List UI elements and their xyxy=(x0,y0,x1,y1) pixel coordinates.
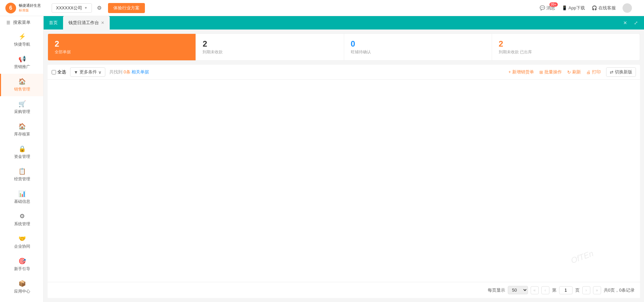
print-button[interactable]: 🖨 打印 xyxy=(586,69,601,75)
found-count-area: 共找到 0条 相关单据 xyxy=(109,69,149,75)
sidebar: ☰ 搜索菜单 ⚡ 快捷导航 📢 营销推广 🏠 销售管理 🛒 采购管理 🏠 库存核… xyxy=(0,16,44,302)
select-all-input[interactable] xyxy=(52,70,56,74)
sidebar-item-marketing[interactable]: 📢 营销推广 xyxy=(0,51,43,74)
settings-icon[interactable]: ⚙ xyxy=(95,3,104,13)
stats-row: 2 全部单据 2 到期未收款 0 旺辅待确认 2 到期未收款 已出库 xyxy=(48,34,640,61)
chevron-down-icon: ▼ xyxy=(84,6,88,10)
sidebar-item-app-center[interactable]: 📦 应用中心 xyxy=(0,276,43,298)
page-next-label: 页 xyxy=(575,287,580,293)
stat-card-all[interactable]: 2 全部单据 xyxy=(48,34,196,60)
sidebar-item-operations[interactable]: 📋 经营管理 xyxy=(0,164,43,186)
basic-info-icon: 📊 xyxy=(18,190,26,197)
tab-minimize-icon[interactable]: ✕ xyxy=(621,19,629,27)
app-download-label: App下载 xyxy=(569,5,585,11)
quick-nav-icon: ⚡ xyxy=(18,33,26,40)
stat-card-overdue[interactable]: 2 到期未收款 xyxy=(196,34,344,60)
sidebar-item-sales[interactable]: 🏠 销售管理 xyxy=(0,74,43,96)
sidebar-item-system[interactable]: ⚙ 系统管理 xyxy=(0,208,43,231)
tab-home[interactable]: 首页 xyxy=(44,16,63,29)
toolbar: 全选 ▼ 更多条件 ∨ 共找到 0条 相关单据 + 新增销货单 ⊞ 批量操作 ↻ xyxy=(48,65,640,80)
last-page-button[interactable]: » xyxy=(593,286,601,294)
experience-button[interactable]: 体验行业方案 xyxy=(108,3,145,13)
content-area: 首页 钱货日清工作台 ✕ ✕ ⤢ 2 全部单据 2 到期未收款 xyxy=(44,16,644,302)
stat-label-all: 全部单据 xyxy=(55,49,189,55)
online-service-button[interactable]: 🎧 在线客服 xyxy=(592,5,616,11)
sales-icon: 🏠 xyxy=(18,78,26,85)
sidebar-item-label: 经营管理 xyxy=(14,176,30,182)
search-menu-item[interactable]: ☰ 搜索菜单 xyxy=(0,16,43,29)
select-all-checkbox[interactable]: 全选 xyxy=(52,69,66,75)
tab-bar: 首页 钱货日清工作台 ✕ ✕ ⤢ xyxy=(44,16,644,29)
finance-icon: 🔒 xyxy=(18,145,26,153)
refresh-button[interactable]: ↻ 刷新 xyxy=(567,69,581,75)
prev-page-button[interactable]: ‹ xyxy=(541,286,549,294)
sidebar-item-label: 销售管理 xyxy=(14,86,30,92)
sidebar-item-quick-nav[interactable]: ⚡ 快捷导航 xyxy=(0,29,43,51)
message-badge: 99+ xyxy=(549,2,558,7)
purchase-icon: 🛒 xyxy=(18,100,26,108)
company-selector[interactable]: XXXXXX公司 ▼ xyxy=(52,3,92,13)
tab-actions: ✕ ⤢ xyxy=(621,19,644,27)
sidebar-item-inventory[interactable]: 🏠 库存核算 xyxy=(0,119,43,141)
print-icon: 🖨 xyxy=(586,70,591,75)
logo-text-area: 畅捷通好生意 标准版 xyxy=(19,3,41,12)
app-center-icon: 📦 xyxy=(18,280,26,287)
stat-number-pending: 0 xyxy=(351,39,485,49)
sidebar-item-beginner[interactable]: 🎯 新手引导 xyxy=(0,253,43,276)
table-area xyxy=(48,80,640,282)
search-menu-label: 搜索菜单 xyxy=(13,19,31,25)
sidebar-item-label: 资金管理 xyxy=(14,154,30,160)
stat-label-pending: 旺辅待确认 xyxy=(351,49,485,55)
per-page-select[interactable]: 50 100 200 xyxy=(508,286,528,294)
inventory-icon: 🏠 xyxy=(18,123,26,130)
company-name: XXXXXX公司 xyxy=(56,5,82,11)
sidebar-item-enterprise-wechat[interactable]: 💬 企业微信 xyxy=(0,298,43,302)
online-service-label: 在线客服 xyxy=(598,5,616,11)
logo-text: 畅捷通好生意 xyxy=(19,3,41,8)
switch-label: 切换新版 xyxy=(615,69,632,75)
beginner-icon: 🎯 xyxy=(18,257,26,265)
stat-number-all: 2 xyxy=(55,39,189,49)
select-all-label: 全选 xyxy=(57,69,66,75)
print-label: 打印 xyxy=(592,69,601,75)
next-page-button[interactable]: › xyxy=(582,286,590,294)
stat-card-shipped[interactable]: 2 到期未收款 已出库 xyxy=(492,34,640,60)
add-sales-order-button[interactable]: + 新增销货单 xyxy=(508,69,534,75)
sidebar-item-enterprise[interactable]: 🤝 企业协同 xyxy=(0,231,43,253)
stat-card-pending[interactable]: 0 旺辅待确认 xyxy=(344,34,492,60)
sidebar-item-label: 快捷导航 xyxy=(14,42,30,47)
batch-operation-button[interactable]: ⊞ 批量操作 xyxy=(539,69,562,75)
chevron-down-icon: ∨ xyxy=(98,70,102,75)
stat-label-shipped: 到期未收款 已出库 xyxy=(499,49,633,55)
sidebar-item-label: 基础信息 xyxy=(14,199,30,204)
sidebar-item-label: 新手引导 xyxy=(14,266,30,272)
sidebar-item-basic-info[interactable]: 📊 基础信息 xyxy=(0,186,43,208)
refresh-icon: ↻ xyxy=(567,70,571,75)
first-page-button[interactable]: « xyxy=(531,286,539,294)
stat-number-shipped: 2 xyxy=(499,39,633,49)
filter-icon: ▼ xyxy=(74,70,78,75)
sidebar-item-label: 营销推广 xyxy=(14,64,30,70)
switch-new-version-button[interactable]: ⇄ 切换新版 xyxy=(606,67,636,77)
message-icon: 💬 xyxy=(540,5,545,10)
page-number-input[interactable] xyxy=(559,286,573,294)
sidebar-item-label: 采购管理 xyxy=(14,109,30,115)
system-icon: ⚙ xyxy=(19,213,25,220)
stat-label-overdue: 到期未收款 xyxy=(203,49,337,55)
tab-close-icon[interactable]: ✕ xyxy=(101,20,104,25)
page-label: 第 xyxy=(552,287,556,293)
top-bar: 6 畅捷通好生意 标准版 XXXXXX公司 ▼ ⚙ 体验行业方案 💬 消息 99… xyxy=(0,0,644,16)
sidebar-item-finance[interactable]: 🔒 资金管理 xyxy=(0,141,43,164)
avatar[interactable] xyxy=(623,3,632,13)
tab-work-station[interactable]: 钱货日清工作台 ✕ xyxy=(63,16,110,29)
refresh-label: 刷新 xyxy=(572,69,581,75)
app-download-button[interactable]: 📱 App下载 xyxy=(562,5,585,11)
sidebar-item-purchase[interactable]: 🛒 采购管理 xyxy=(0,96,43,119)
message-button[interactable]: 💬 消息 99+ xyxy=(540,5,555,11)
headset-icon: 🎧 xyxy=(592,5,597,10)
tab-maximize-icon[interactable]: ⤢ xyxy=(632,19,640,27)
tab-work-station-label: 钱货日清工作台 xyxy=(68,20,99,26)
page-content: 2 全部单据 2 到期未收款 0 旺辅待确认 2 到期未收款 已出库 xyxy=(44,29,644,302)
more-filter-button[interactable]: ▼ 更多条件 ∨ xyxy=(70,67,105,77)
sidebar-item-label: 应用中心 xyxy=(14,289,30,294)
